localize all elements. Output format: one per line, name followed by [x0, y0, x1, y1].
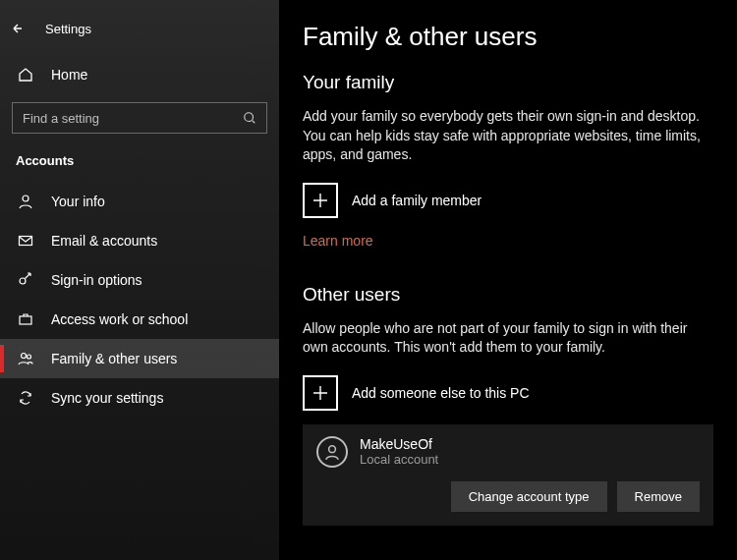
sidebar-item-your-info[interactable]: Your info	[0, 182, 279, 221]
sidebar-item-label: Sync your settings	[51, 390, 163, 406]
briefcase-icon	[16, 311, 35, 327]
add-family-label: Add a family member	[352, 193, 482, 208]
other-users-heading: Other users	[303, 284, 713, 306]
user-account-type: Local account	[360, 452, 438, 467]
search-input[interactable]	[23, 111, 243, 126]
your-family-description: Add your family so everybody gets their …	[303, 107, 713, 165]
avatar-icon	[316, 436, 348, 468]
key-icon	[16, 272, 35, 288]
change-account-type-button[interactable]: Change account type	[451, 481, 607, 512]
svg-point-1	[23, 196, 28, 201]
svg-point-5	[22, 354, 27, 359]
home-nav[interactable]: Home	[0, 57, 279, 92]
sidebar-item-work-school[interactable]: Access work or school	[0, 300, 279, 339]
sidebar-item-label: Sign-in options	[51, 272, 142, 288]
titlebar: Settings	[0, 12, 279, 47]
user-name: MakeUseOf	[360, 436, 438, 452]
other-users-description: Allow people who are not part of your fa…	[303, 319, 713, 358]
remove-user-button[interactable]: Remove	[617, 481, 700, 512]
sidebar-item-label: Your info	[51, 194, 105, 209]
sidebar-item-label: Family & other users	[51, 351, 177, 366]
sidebar-item-label: Access work or school	[51, 311, 188, 327]
sidebar-item-email-accounts[interactable]: Email & accounts	[0, 221, 279, 260]
person-icon	[16, 194, 35, 209]
back-button[interactable]	[0, 14, 39, 43]
search-icon	[243, 111, 256, 125]
page-title: Family & other users	[303, 22, 713, 52]
svg-point-0	[245, 113, 254, 122]
svg-rect-4	[20, 316, 31, 324]
add-other-user-label: Add someone else to this PC	[352, 385, 530, 401]
svg-point-7	[329, 446, 336, 453]
user-row: MakeUseOf Local account	[316, 436, 700, 468]
main-content: Family & other users Your family Add you…	[279, 0, 737, 560]
user-actions: Change account type Remove	[316, 481, 700, 512]
sidebar: Settings Home Accounts Your info Email &…	[0, 0, 279, 560]
app-title: Settings	[45, 22, 91, 36]
svg-point-3	[20, 278, 26, 284]
people-icon	[16, 351, 35, 366]
section-title-accounts: Accounts	[0, 147, 279, 182]
home-label: Home	[51, 67, 87, 83]
svg-point-6	[28, 355, 31, 359]
sidebar-item-label: Email & accounts	[51, 233, 157, 249]
add-other-user-button[interactable]: Add someone else to this PC	[303, 375, 713, 411]
back-arrow-icon	[12, 21, 28, 36]
your-family-heading: Your family	[303, 72, 713, 93]
mail-icon	[16, 233, 35, 249]
learn-more-link[interactable]: Learn more	[303, 233, 373, 249]
add-family-member-button[interactable]: Add a family member	[303, 183, 713, 218]
search-box[interactable]	[12, 102, 267, 134]
sidebar-item-family-other-users[interactable]: Family & other users	[0, 339, 279, 378]
sidebar-item-sync-settings[interactable]: Sync your settings	[0, 378, 279, 418]
plus-icon	[303, 375, 338, 411]
plus-icon	[303, 183, 338, 218]
sync-icon	[16, 390, 35, 406]
home-icon	[16, 67, 35, 83]
sidebar-item-signin-options[interactable]: Sign-in options	[0, 260, 279, 300]
user-card[interactable]: MakeUseOf Local account Change account t…	[303, 424, 713, 526]
